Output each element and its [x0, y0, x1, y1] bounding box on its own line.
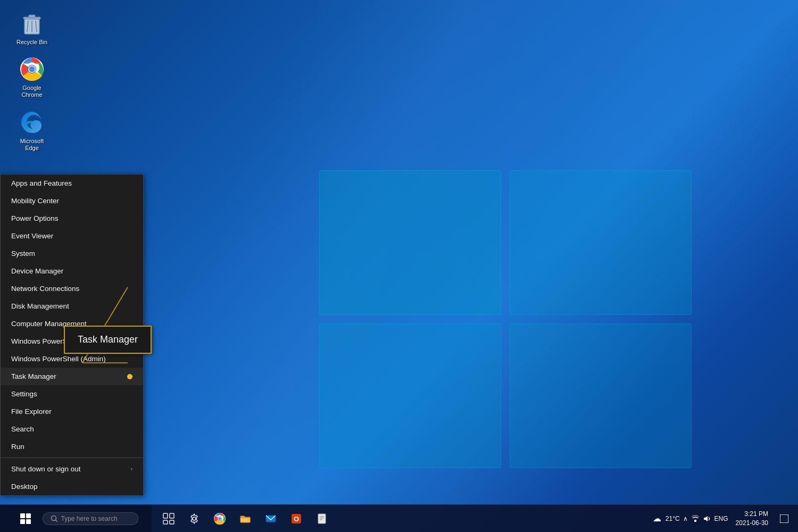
svg-rect-19	[170, 513, 174, 518]
taskbar-system-tray: ☁ 21°C ∧ ENG	[647, 507, 798, 530]
windows-logo-decoration	[319, 170, 692, 468]
clock-display[interactable]: 3:21 PM 2021-06-30	[732, 510, 772, 528]
win-pane-bottomleft	[319, 323, 501, 468]
notification-button[interactable]	[776, 507, 793, 530]
taskbar-start-area: Type here to search	[0, 505, 152, 532]
menu-item-mobility-center[interactable]: Mobility Center	[1, 192, 143, 210]
menu-item-disk-management[interactable]: Disk Management	[1, 297, 143, 315]
chrome-image	[19, 56, 45, 82]
menu-item-search[interactable]: Search	[1, 420, 143, 438]
menu-item-desktop[interactable]: Desktop	[1, 478, 143, 495]
edge-label: Microsoft Edge	[13, 138, 51, 152]
google-chrome-icon[interactable]: Google Chrome	[11, 54, 53, 101]
weather-icon: ☁	[653, 513, 661, 523]
svg-text:O: O	[294, 515, 299, 523]
win-pane-topleft	[319, 170, 501, 315]
svg-rect-12	[20, 513, 25, 518]
search-placeholder: Type here to search	[61, 515, 118, 522]
menu-item-power-options[interactable]: Power Options	[1, 210, 143, 227]
svg-rect-35	[780, 514, 788, 523]
notepad-taskbar-button[interactable]	[310, 507, 334, 530]
weather-widget[interactable]: ☁ 21°C	[653, 513, 680, 523]
office-taskbar-button[interactable]: O	[285, 507, 308, 530]
menu-item-apps-features[interactable]: Apps and Features	[1, 174, 143, 192]
menu-item-system[interactable]: System	[1, 245, 143, 262]
volume-icon[interactable]	[703, 514, 711, 523]
desktop-icons-area: Recycle Bin Google Chrome	[11, 0, 53, 154]
svg-rect-21	[170, 520, 174, 524]
menu-item-settings[interactable]: Settings	[1, 385, 143, 403]
svg-rect-20	[163, 520, 168, 524]
taskbar-app-icons: O	[152, 507, 647, 530]
task-manager-indicator	[127, 374, 132, 379]
taskbar-search-box[interactable]: Type here to search	[43, 512, 138, 525]
mail-taskbar-button[interactable]	[259, 507, 282, 530]
date-display: 2021-06-30	[736, 519, 768, 528]
menu-divider	[1, 458, 143, 458]
recycle-bin-image	[19, 11, 45, 36]
start-button[interactable]	[14, 507, 37, 530]
svg-line-17	[55, 520, 57, 522]
temperature-display: 21°C	[666, 515, 680, 522]
svg-rect-14	[20, 519, 25, 524]
task-manager-tooltip: Task Manager	[64, 326, 152, 354]
menu-item-run[interactable]: Run	[1, 438, 143, 455]
desktop: Recycle Bin Google Chrome	[0, 0, 798, 532]
recycle-bin-icon[interactable]: Recycle Bin	[11, 8, 53, 48]
menu-item-file-explorer[interactable]: File Explorer	[1, 403, 143, 420]
chrome-taskbar-button[interactable]	[208, 507, 231, 530]
microsoft-edge-icon[interactable]: Microsoft Edge	[11, 107, 53, 154]
chrome-label: Google Chrome	[13, 85, 51, 98]
task-view-button[interactable]	[157, 507, 180, 530]
recycle-bin-label: Recycle Bin	[16, 39, 47, 46]
edge-image	[19, 110, 45, 135]
win-pane-bottomright	[510, 323, 692, 468]
svg-rect-26	[240, 518, 250, 522]
menu-item-network-connections[interactable]: Network Connections	[1, 280, 143, 297]
svg-rect-13	[26, 513, 31, 518]
menu-item-task-manager[interactable]: Task Manager	[1, 368, 143, 385]
svg-rect-18	[163, 513, 168, 518]
svg-point-25	[219, 517, 221, 520]
svg-rect-30	[318, 514, 326, 523]
svg-point-16	[51, 516, 56, 520]
menu-item-shut-down[interactable]: Shut down or sign out ›	[1, 460, 143, 478]
language-indicator[interactable]: ENG	[714, 515, 728, 522]
file-explorer-taskbar-button[interactable]	[234, 507, 257, 530]
svg-rect-15	[26, 519, 31, 524]
menu-item-event-viewer[interactable]: Event Viewer	[1, 227, 143, 245]
tray-expand-icon[interactable]: ∧	[683, 515, 688, 522]
time-display: 3:21 PM	[736, 510, 768, 519]
menu-item-device-manager[interactable]: Device Manager	[1, 262, 143, 280]
taskbar: Type here to search	[0, 504, 798, 532]
svg-rect-34	[694, 520, 696, 522]
shut-down-arrow-icon: ›	[131, 466, 132, 472]
svg-rect-2	[29, 15, 35, 18]
svg-point-9	[29, 66, 35, 72]
win-pane-topright	[510, 170, 692, 315]
network-icon[interactable]	[691, 514, 700, 523]
settings-taskbar-button[interactable]	[182, 507, 206, 530]
